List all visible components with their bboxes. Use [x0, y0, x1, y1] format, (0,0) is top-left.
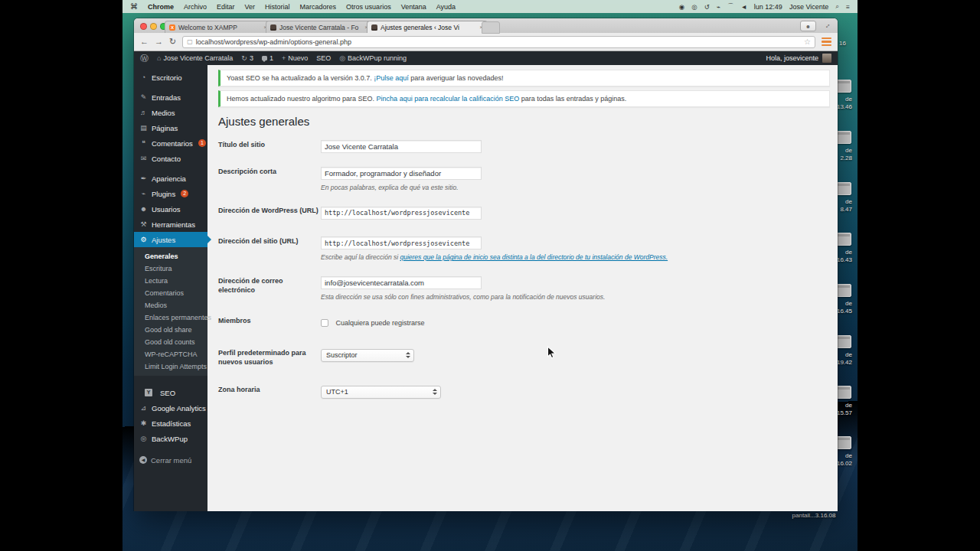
sidebar-item-estadisticas[interactable]: ✱ Estadísticas	[134, 416, 207, 431]
sidebar-item-google-analytics[interactable]: ⊿ Google Analytics	[134, 400, 207, 416]
macos-menubar: ⌘ Chrome Archivo Editar Ver Historial Ma…	[122, 0, 858, 13]
stats-icon: ✱	[139, 419, 148, 427]
update-count: 3	[250, 54, 253, 62]
seo-recalc-link[interactable]: Pincha aqui para recalcular la calificac…	[377, 95, 520, 103]
default-role-select[interactable]: Suscriptor	[321, 349, 414, 362]
submenu-good-old-counts[interactable]: Good old counts	[134, 336, 207, 348]
sidebar-item-plugins[interactable]: ⌁ Plugins 2	[134, 186, 207, 201]
record-icon[interactable]: ◉	[679, 3, 684, 11]
menubar-item-editar[interactable]: Editar	[217, 3, 235, 11]
avatar[interactable]	[822, 54, 831, 63]
chrome-menu-icon[interactable]	[822, 37, 831, 47]
menubar-item-marcadores[interactable]: Marcadores	[300, 3, 337, 11]
submenu-generales[interactable]: Generales	[134, 250, 207, 262]
site-url-help-link[interactable]: quieres que la página de inicio sea dist…	[400, 253, 668, 261]
site-url-help: Escribe aquí la dirección si quieres que…	[321, 253, 830, 261]
back-button[interactable]: ←	[140, 37, 149, 46]
bluetooth-icon[interactable]: ⌁	[717, 3, 720, 11]
sidebar-item-usuarios[interactable]: ☻ Usuarios	[134, 201, 207, 217]
tab-welcome-xampp[interactable]: X Welcome to XAMPP ×	[165, 21, 272, 33]
menubar-item-otros-usuarios[interactable]: Otros usuarios	[346, 3, 391, 11]
seo-label: SEO	[316, 54, 331, 62]
submenu-enlaces-permanentes[interactable]: Enlaces permanentes	[134, 311, 207, 324]
new-tab-button[interactable]	[482, 21, 500, 34]
adminbar-backwpup[interactable]: ◎ BackWPup running	[339, 54, 407, 62]
submenu-escritura[interactable]: Escritura	[134, 262, 207, 275]
adminbar-greeting[interactable]: Hola, josevicente	[766, 54, 818, 62]
profile-button[interactable]: ☻	[800, 21, 816, 31]
sidebar-item-apariencia[interactable]: ✒ Apariencia	[134, 171, 207, 186]
sidebar-item-paginas[interactable]: ▤ Páginas	[134, 120, 207, 135]
record-stop-icon[interactable]: ◎	[691, 3, 697, 11]
sidebar-item-seo[interactable]: Y SEO	[134, 385, 207, 400]
sidebar-item-medios[interactable]: ♬ Medios	[134, 105, 207, 120]
field-row-email: Dirección de correo electrónico Esta dir…	[218, 275, 830, 301]
email-field[interactable]	[321, 276, 482, 289]
membership-checkbox-label: Cualquiera puede registrarse	[335, 319, 424, 327]
forward-button[interactable]: →	[155, 37, 163, 46]
tools-icon: ⚒	[139, 220, 148, 228]
tab-strip: X Welcome to XAMPP × Jose Vicente Carrat…	[134, 18, 838, 33]
submenu-good-old-share[interactable]: Good old share	[134, 324, 207, 336]
submenu-wp-recaptcha[interactable]: WP-reCAPTCHA	[134, 348, 207, 360]
menubar-item-ayuda[interactable]: Ayuda	[436, 3, 456, 11]
notification-center-icon[interactable]: ≡	[846, 3, 850, 11]
sidebar-item-backwpup[interactable]: ◎ BackWPup	[134, 431, 207, 446]
sidebar-item-ajustes[interactable]: ⚙ Ajustes	[134, 232, 207, 247]
fullscreen-icon[interactable]: ↔	[821, 19, 834, 32]
address-bar[interactable]: ▢ localhost/wordpress/wp-admin/options-g…	[182, 36, 815, 48]
adminbar-comments[interactable]: 1	[262, 54, 273, 62]
wordpress-logo-icon[interactable]: Ⓦ	[140, 53, 149, 64]
menubar-clock[interactable]: lun 12:49	[754, 3, 782, 11]
sidebar-item-contacto[interactable]: ✉ Contacto	[134, 151, 207, 166]
default-role-label: Perfil predeterminado para nuevos usuari…	[218, 347, 321, 367]
membership-label: Miembros	[218, 315, 321, 328]
tab-jose-vicente[interactable]: Jose Vicente Carratala - Fo ×	[266, 21, 373, 33]
sidebar-item-entradas[interactable]: ✎ Entradas	[134, 90, 207, 105]
close-window-button[interactable]	[140, 23, 147, 30]
menubar-item-ventana[interactable]: Ventana	[401, 3, 426, 11]
volume-icon[interactable]: ◄	[740, 3, 746, 11]
adminbar-updates[interactable]: ↻ 3	[241, 54, 253, 62]
analytics-chart-icon: ⊿	[139, 404, 148, 412]
submenu-lectura[interactable]: Lectura	[134, 275, 207, 287]
settings-icon: ⚙	[139, 236, 148, 243]
sidebar-item-escritorio[interactable]: ◔ Escritorio	[134, 70, 207, 85]
bookmark-star-icon[interactable]: ☆	[804, 37, 811, 46]
submenu-limit-login-attempts[interactable]: Limit Login Attempts	[134, 360, 207, 373]
menubar-user[interactable]: Jose Vicente	[789, 3, 828, 11]
seo-algorithm-notice: Hemos actualizado nuestro algoritmo para…	[218, 90, 830, 107]
page-title: Ajustes generales	[218, 115, 830, 128]
spotlight-search-icon[interactable]: ⌕	[835, 2, 839, 11]
yoast-notice-link[interactable]: ¡Pulse aquí	[374, 74, 409, 82]
wp-admin-menu: ◔ Escritorio ✎ Entradas ♬ Medios ▤ Págin…	[134, 65, 207, 511]
field-row-timezone: Zona horaria UTC+1	[218, 383, 830, 399]
adminbar-site-link[interactable]: ⌂ Jose Vicente Carratala	[157, 54, 233, 62]
adminbar-seo[interactable]: SEO	[316, 54, 331, 62]
menubar-item-historial[interactable]: Historial	[265, 3, 290, 11]
sidebar-item-comentarios[interactable]: ❝ Comentarios 1	[134, 135, 207, 151]
backwpup-icon: ◎	[139, 435, 148, 442]
time-machine-icon[interactable]: ↺	[704, 3, 710, 11]
menubar-item-archivo[interactable]: Archivo	[184, 3, 207, 11]
tab-ajustes-generales[interactable]: Ajustes generales ‹ Jose Vi ×	[367, 21, 488, 33]
reload-button[interactable]: ↻	[169, 37, 176, 46]
menubar-item-ver[interactable]: Ver	[245, 3, 256, 11]
membership-checkbox[interactable]	[321, 319, 328, 327]
submenu-comentarios[interactable]: Comentarios	[134, 287, 207, 299]
adminbar-new-button[interactable]: + Nuevo	[282, 54, 308, 62]
site-title-input[interactable]	[321, 140, 482, 153]
apple-menu-icon[interactable]: ⌘	[130, 2, 138, 11]
tagline-input[interactable]	[321, 167, 482, 180]
timezone-select[interactable]: UTC+1	[321, 386, 441, 399]
wp-url-input[interactable]	[321, 207, 482, 220]
submenu-medios[interactable]: Medios	[134, 299, 207, 311]
wifi-icon[interactable]: ⌒	[727, 2, 734, 11]
minimize-window-button[interactable]	[150, 23, 157, 30]
email-help: Esta dirección se usa sólo con fines adm…	[321, 293, 830, 301]
menubar-item-chrome[interactable]: Chrome	[148, 3, 174, 11]
site-url-input[interactable]	[321, 236, 482, 249]
collapse-menu-button[interactable]: ◀ Cerrar menú	[134, 452, 207, 468]
sidebar-item-herramientas[interactable]: ⚒ Herramientas	[134, 217, 207, 232]
url-text[interactable]: localhost/wordpress/wp-admin/options-gen…	[196, 38, 351, 46]
